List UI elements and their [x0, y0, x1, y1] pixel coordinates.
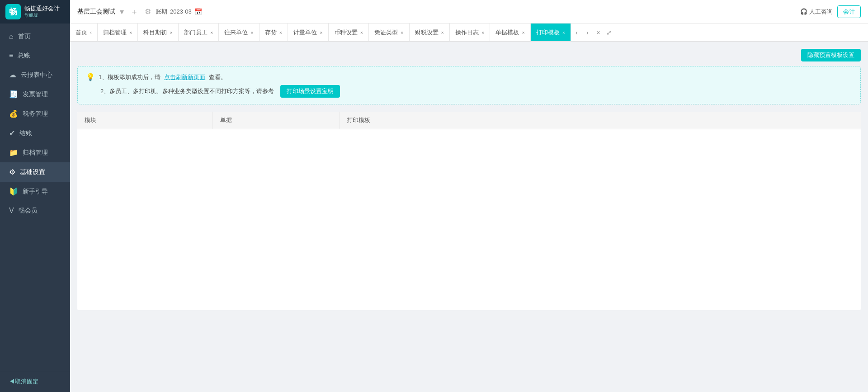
tab-subjects[interactable]: 科目期初 ×: [138, 24, 178, 42]
notice-refresh-link[interactable]: 点击刷新新页面: [164, 73, 205, 81]
logo-subtitle: 旗舰版: [24, 12, 60, 19]
tab-units[interactable]: 计量单位 ×: [288, 24, 328, 42]
support-btn[interactable]: 🎧 人工咨询: [800, 8, 833, 16]
support-label: 人工咨询: [809, 8, 833, 16]
notice-row-1: 💡 1、模板添加成功后，请 点击刷新新页面 查看。: [86, 73, 852, 81]
sidebar-item-tax[interactable]: 💰 税务管理: [0, 104, 70, 123]
tab-contacts-close[interactable]: ×: [250, 30, 253, 35]
period-value: 2023-03: [170, 8, 192, 15]
sidebar-item-ledger[interactable]: ≡ 总账: [0, 46, 70, 65]
table-header: 模块 单据 打印模板: [77, 112, 861, 129]
sidebar-item-label-tax: 税务管理: [23, 110, 48, 118]
member-icon: V: [9, 207, 14, 215]
unpin-label: ◀︎取消固定: [9, 378, 38, 386]
th-receipt: 单据: [213, 112, 340, 129]
settlement-icon: ✔: [9, 129, 15, 137]
account-btn[interactable]: 会计: [837, 5, 861, 18]
tab-tax-settings[interactable]: 财税设置 ×: [410, 24, 450, 42]
tab-voucher-types-label: 凭证类型: [374, 28, 398, 37]
sidebar-logo: 畅 畅捷通好会计 旗舰版: [0, 0, 70, 24]
tab-units-close[interactable]: ×: [320, 30, 322, 35]
tab-subjects-label: 科目期初: [143, 28, 167, 37]
tab-home-label: 首页: [75, 28, 87, 37]
tab-operation-log[interactable]: 操作日志 ×: [450, 24, 490, 42]
tab-print-template-label: 打印模板: [536, 28, 560, 37]
tab-departments-close[interactable]: ×: [210, 30, 213, 35]
tab-inventory-label: 存货: [265, 28, 277, 37]
tab-archive-close[interactable]: ×: [129, 30, 132, 35]
tab-home-prev[interactable]: ‹: [90, 29, 92, 36]
tab-currency-close[interactable]: ×: [360, 30, 363, 35]
tab-currency[interactable]: 币种设置 ×: [329, 24, 369, 42]
sidebar: 畅 畅捷通好会计 旗舰版 ⌂ 首页 ≡ 总账 ☁ 云报表中心 🧾 发票管理 💰 …: [0, 0, 70, 392]
notice-line2: 2、多员工、多打印机、多种业务类型设置不同打印方案等，请参考: [100, 87, 274, 95]
print-template-table: 模块 单据 打印模板: [77, 112, 861, 310]
guide-icon: 🔰: [9, 187, 18, 196]
home-icon: ⌂: [9, 33, 14, 41]
logo-text-block: 畅捷通好会计 旗舰版: [24, 5, 60, 19]
add-company-icon[interactable]: ＋: [130, 6, 138, 17]
tab-archive[interactable]: 归档管理 ×: [98, 24, 138, 42]
company-name[interactable]: 基层工会测试: [77, 8, 115, 16]
archive-icon: 📁: [9, 148, 18, 157]
tab-single-template-label: 单据模板: [495, 28, 519, 37]
tab-print-template-close[interactable]: ×: [562, 30, 565, 35]
notice-line1-post: 查看。: [209, 73, 226, 81]
top-actions-bar: 隐藏预置模板设置: [77, 49, 861, 61]
hide-template-settings-btn[interactable]: 隐藏预置模板设置: [801, 49, 861, 61]
tab-inventory[interactable]: 存货 ×: [259, 24, 288, 42]
sidebar-item-member[interactable]: V 畅会员: [0, 201, 70, 220]
tab-contacts[interactable]: 往来单位 ×: [219, 24, 259, 42]
th-module: 模块: [77, 112, 213, 129]
sidebar-item-label-ledger: 总账: [18, 52, 30, 60]
th-print-template: 打印模板: [340, 112, 861, 129]
sidebar-item-label-settlement: 结账: [19, 129, 32, 137]
notice-row-2: 2、多员工、多打印机、多种业务类型设置不同打印方案等，请参考 打印场景设置宝明: [86, 85, 852, 98]
tab-prev-btn[interactable]: ‹: [571, 24, 582, 42]
sidebar-item-label-settings: 基础设置: [20, 168, 45, 176]
headset-icon: 🎧: [800, 8, 807, 15]
sidebar-item-label-reports: 云报表中心: [21, 71, 52, 79]
tab-tax-settings-close[interactable]: ×: [441, 30, 444, 35]
tab-print-template[interactable]: 打印模板 ×: [531, 24, 571, 42]
topbar: 基层工会测试 ▾ ＋ ⚙ 账期 2023-03 📅 🎧 人工咨询 会计: [70, 0, 868, 24]
tab-single-template-close[interactable]: ×: [522, 30, 524, 35]
settings-gear-icon[interactable]: ⚙: [145, 7, 151, 16]
lightbulb-icon: 💡: [86, 73, 95, 81]
sidebar-item-home[interactable]: ⌂ 首页: [0, 27, 70, 46]
content-area: 隐藏预置模板设置 💡 1、模板添加成功后，请 点击刷新新页面 查看。 2、多员工…: [70, 42, 868, 392]
sidebar-item-label-archive: 归档管理: [23, 149, 48, 157]
tab-departments[interactable]: 部门员工 ×: [179, 24, 219, 42]
sidebar-item-label-guide: 新手引导: [23, 188, 48, 196]
sidebar-item-archive[interactable]: 📁 归档管理: [0, 143, 70, 162]
tab-home[interactable]: 首页 ‹: [70, 24, 98, 42]
tab-voucher-types-close[interactable]: ×: [401, 30, 403, 35]
tab-single-template[interactable]: 单据模板 ×: [490, 24, 530, 42]
notice-line1-pre: 1、模板添加成功后，请: [99, 73, 160, 81]
tab-inventory-close[interactable]: ×: [279, 30, 282, 35]
settings-icon: ⚙: [9, 168, 15, 176]
ledger-icon: ≡: [9, 52, 13, 60]
sidebar-unpin-btn[interactable]: ◀︎取消固定: [0, 371, 70, 392]
calendar-icon[interactable]: 📅: [194, 8, 202, 15]
tab-subjects-close[interactable]: ×: [170, 30, 172, 35]
company-dropdown-icon[interactable]: ▾: [120, 7, 124, 17]
period-text: 账期: [156, 8, 167, 16]
tab-voucher-types[interactable]: 凭证类型 ×: [369, 24, 409, 42]
sidebar-item-reports[interactable]: ☁ 云报表中心: [0, 65, 70, 85]
tab-operation-log-label: 操作日志: [455, 28, 479, 37]
tab-expand-btn[interactable]: ⤢: [604, 24, 614, 42]
tab-currency-label: 币种设置: [334, 28, 358, 37]
sidebar-item-invoice[interactable]: 🧾 发票管理: [0, 85, 70, 104]
tab-close-all-btn[interactable]: ×: [593, 24, 604, 42]
tab-operation-log-close[interactable]: ×: [481, 30, 484, 35]
sidebar-nav: ⌂ 首页 ≡ 总账 ☁ 云报表中心 🧾 发票管理 💰 税务管理 ✔ 结账 📁 归…: [0, 24, 70, 371]
reports-icon: ☁: [9, 71, 16, 79]
print-scene-help-btn[interactable]: 打印场景设置宝明: [280, 85, 340, 98]
sidebar-item-guide[interactable]: 🔰 新手引导: [0, 182, 70, 201]
sidebar-item-settings[interactable]: ⚙ 基础设置: [0, 162, 70, 182]
table-body: [77, 129, 861, 310]
sidebar-item-settlement[interactable]: ✔ 结账: [0, 123, 70, 143]
logo-icon: 畅: [5, 4, 21, 19]
tab-next-btn[interactable]: ›: [582, 24, 593, 42]
